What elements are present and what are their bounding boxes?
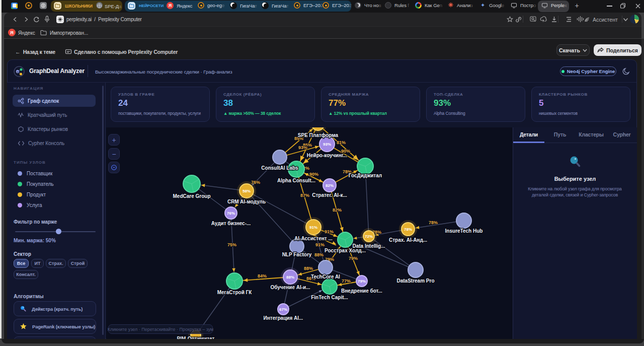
svg-text:78%: 78% — [404, 227, 412, 232]
svg-text:79%: 79% — [358, 279, 366, 284]
svg-text:МегаСтрой ГК: МегаСтрой ГК — [217, 290, 253, 295]
svg-text:88%: 88% — [286, 275, 294, 280]
svg-text:Data Intellig...: Data Intellig... — [352, 243, 385, 249]
svg-text:91%: 91% — [315, 242, 325, 247]
svg-text:77%: 77% — [342, 279, 351, 284]
svg-text:84%: 84% — [258, 273, 267, 279]
svg-text:FinTech Capit...: FinTech Capit... — [311, 295, 348, 300]
svg-text:ConsultAI Labs: ConsultAI Labs — [261, 165, 298, 171]
svg-text:79%: 79% — [349, 256, 358, 261]
svg-text:82%: 82% — [326, 183, 334, 188]
svg-text:88%: 88% — [314, 252, 324, 257]
svg-text:InsureTech Hub: InsureTech Hub — [445, 228, 483, 234]
svg-text:Нейро-коучинг...: Нейро-коучинг... — [307, 153, 348, 158]
svg-text:Интеграция AI...: Интеграция AI... — [264, 315, 303, 321]
svg-text:91%: 91% — [325, 229, 334, 234]
svg-text:87%: 87% — [300, 193, 309, 198]
svg-text:oa: oa — [17, 71, 19, 73]
svg-text:76%: 76% — [227, 211, 235, 216]
svg-text:91%: 91% — [309, 225, 317, 230]
svg-text:Внедрение бот...: Внедрение бот... — [341, 288, 382, 294]
svg-text:78%: 78% — [429, 220, 438, 225]
svg-text:Аудит бизнес-...: Аудит бизнес-... — [211, 221, 251, 226]
svg-text:ГосДиджитал: ГосДиджитал — [349, 173, 382, 178]
svg-text:SPE Платформа: SPE Платформа — [298, 132, 339, 138]
svg-text:90%: 90% — [309, 172, 318, 177]
svg-text:82%: 82% — [333, 207, 342, 213]
svg-text:81%: 81% — [337, 140, 346, 145]
svg-text:67%: 67% — [279, 307, 287, 312]
svg-text:93%: 93% — [323, 142, 331, 147]
svg-text:TechCore AI: TechCore AI — [311, 274, 340, 280]
svg-text:72%: 72% — [365, 234, 373, 239]
svg-text:75%: 75% — [227, 242, 236, 247]
svg-text:MedCare Group: MedCare Group — [173, 193, 210, 199]
svg-text:58%: 58% — [243, 189, 251, 193]
svg-text:CRM AI-модуль: CRM AI-модуль — [227, 199, 266, 204]
svg-text:93%: 93% — [298, 145, 307, 150]
svg-text:NLP Factory: NLP Factory — [282, 252, 312, 257]
svg-text:Страх. AI-Анд...: Страх. AI-Анд... — [389, 237, 427, 243]
svg-text:AI-Ассистент ...: AI-Ассистент ... — [294, 236, 333, 241]
svg-text:88%: 88% — [304, 266, 313, 271]
svg-text:Обучение AI-и...: Обучение AI-и... — [270, 285, 310, 290]
svg-text:Стратег. AI-к...: Стратег. AI-к... — [312, 192, 347, 198]
svg-text:Alpha Consult...: Alpha Consult... — [277, 178, 315, 183]
svg-text:DataStream Pro: DataStream Pro — [396, 278, 434, 284]
